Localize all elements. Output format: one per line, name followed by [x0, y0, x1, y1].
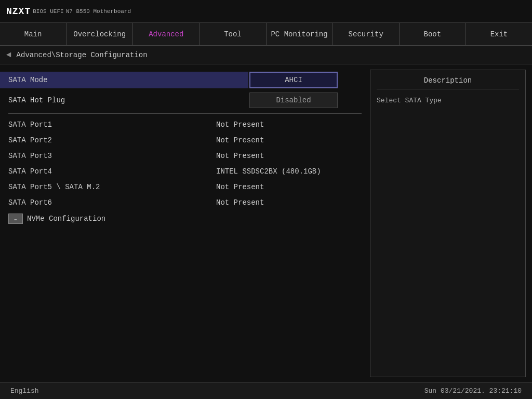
- nav-tab-tool[interactable]: Tool: [200, 23, 266, 45]
- logo: NZXT BIOS UEFI N7 B550 Motherboard: [6, 6, 131, 17]
- nav-tab-exit[interactable]: Exit: [466, 23, 532, 45]
- sata-mode-row: SATA Mode AHCI: [0, 70, 370, 90]
- port-label: SATA Port6: [8, 198, 216, 207]
- nav-bar: MainOverclockingAdvancedToolPC Monitorin…: [0, 23, 532, 46]
- logo-bios: BIOS UEFI: [33, 8, 63, 15]
- footer-language: English: [10, 387, 39, 395]
- port-label: SATA Port5 \ SATA M.2: [8, 183, 216, 191]
- bios-header: NZXT BIOS UEFI N7 B550 Motherboard: [0, 0, 532, 23]
- port-row: SATA Port6Not Present: [0, 195, 370, 210]
- description-title: Description: [377, 76, 519, 89]
- breadcrumb-text: Advanced\Storage Configuration: [17, 51, 148, 59]
- nav-tab-boot[interactable]: Boot: [400, 23, 466, 45]
- footer-datetime: Sun 03/21/2021. 23:21:10: [424, 387, 522, 395]
- sata-hot-plug-row: SATA Hot Plug Disabled: [0, 90, 370, 110]
- nvme-label[interactable]: NVMe Configuration: [27, 215, 105, 223]
- ports-list: SATA Port1Not PresentSATA Port2Not Prese…: [0, 117, 370, 210]
- nav-tab-pc-monitoring[interactable]: PC Monitoring: [267, 23, 333, 45]
- port-label: SATA Port3: [8, 152, 216, 160]
- nvme-icon: ▬: [8, 214, 23, 224]
- footer: English Sun 03/21/2021. 23:21:10: [0, 382, 532, 399]
- logo-model: N7 B550 Motherboard: [66, 8, 131, 15]
- breadcrumb-back-arrow[interactable]: ◄: [6, 50, 11, 60]
- port-row: SATA Port5 \ SATA M.2Not Present: [0, 179, 370, 195]
- port-value: Not Present: [216, 136, 264, 144]
- port-value: Not Present: [216, 198, 264, 207]
- port-row: SATA Port3Not Present: [0, 148, 370, 164]
- port-label: SATA Port1: [8, 121, 216, 129]
- port-row: SATA Port1Not Present: [0, 117, 370, 132]
- sata-hot-plug-value[interactable]: Disabled: [249, 92, 338, 108]
- port-value: Not Present: [216, 121, 264, 129]
- nav-tab-overclocking[interactable]: Overclocking: [66, 23, 133, 45]
- port-value: Not Present: [216, 183, 264, 191]
- config-panel: SATA Mode AHCI SATA Hot Plug Disabled SA…: [0, 64, 370, 382]
- nav-tab-advanced[interactable]: Advanced: [133, 23, 200, 45]
- nvme-row[interactable]: ▬ NVMe Configuration: [0, 210, 370, 227]
- port-value: INTEL SSDSC2BX (480.1GB): [216, 167, 321, 176]
- main-content: SATA Mode AHCI SATA Hot Plug Disabled SA…: [0, 64, 532, 382]
- divider: [8, 113, 362, 114]
- port-value: Not Present: [216, 152, 264, 160]
- nav-tab-security[interactable]: Security: [333, 23, 400, 45]
- sata-mode-label[interactable]: SATA Mode: [0, 72, 248, 88]
- breadcrumb: ◄ Advanced\Storage Configuration: [0, 46, 532, 64]
- logo-nzxt: NZXT: [6, 6, 31, 17]
- description-panel: Description Select SATA Type: [370, 70, 526, 377]
- description-text: Select SATA Type: [377, 96, 519, 106]
- nav-tab-main[interactable]: Main: [0, 23, 66, 45]
- sata-hot-plug-label[interactable]: SATA Hot Plug: [0, 93, 248, 108]
- port-label: SATA Port2: [8, 136, 216, 144]
- port-row: SATA Port2Not Present: [0, 132, 370, 148]
- port-label: SATA Port4: [8, 167, 216, 176]
- port-row: SATA Port4INTEL SSDSC2BX (480.1GB): [0, 164, 370, 179]
- sata-mode-value[interactable]: AHCI: [249, 72, 338, 88]
